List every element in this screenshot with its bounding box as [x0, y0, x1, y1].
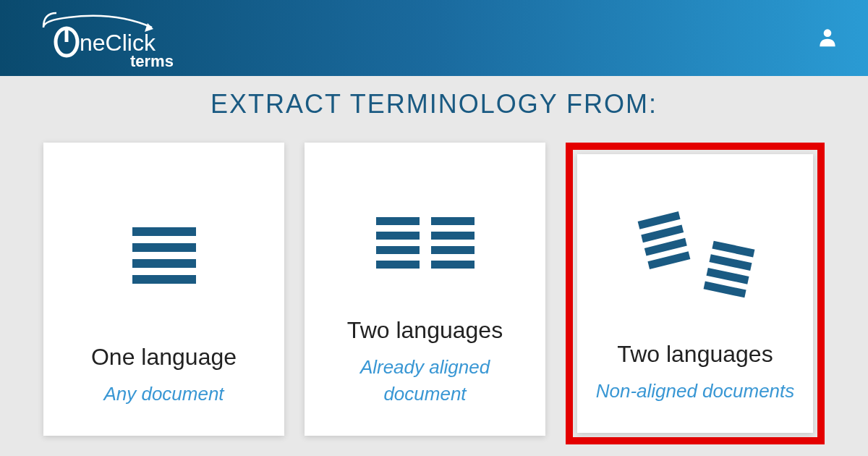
card-subtitle: Non-aligned documents — [596, 378, 795, 404]
card-title: Two languages — [617, 341, 773, 368]
svg-point-4 — [824, 29, 832, 37]
nonaligned-documents-icon — [637, 211, 753, 308]
card-subtitle: Any document — [103, 381, 224, 407]
user-account-icon[interactable] — [816, 25, 839, 51]
oneclick-terms-logo-icon: neClick terms — [29, 7, 195, 69]
option-cards: One language Any document Two languages … — [43, 143, 825, 444]
logo[interactable]: neClick terms — [29, 7, 195, 69]
single-document-icon — [132, 208, 196, 304]
page-heading: EXTRACT TERMINOLOGY FROM: — [43, 89, 825, 119]
card-two-languages-aligned[interactable]: Two languages Already aligned document — [305, 143, 545, 436]
card-two-languages-nonaligned[interactable]: Two languages Non-aligned documents — [577, 154, 813, 433]
main-content: EXTRACT TERMINOLOGY FROM: One language A… — [0, 76, 868, 456]
highlighted-card-wrapper: Two languages Non-aligned documents — [566, 143, 825, 444]
header: neClick terms — [0, 0, 868, 76]
card-title: Two languages — [347, 317, 503, 344]
card-one-language[interactable]: One language Any document — [43, 143, 284, 436]
card-title: One language — [91, 344, 237, 371]
card-subtitle: Already aligned document — [319, 354, 531, 407]
svg-text:terms: terms — [130, 52, 174, 69]
aligned-documents-icon — [376, 208, 475, 277]
